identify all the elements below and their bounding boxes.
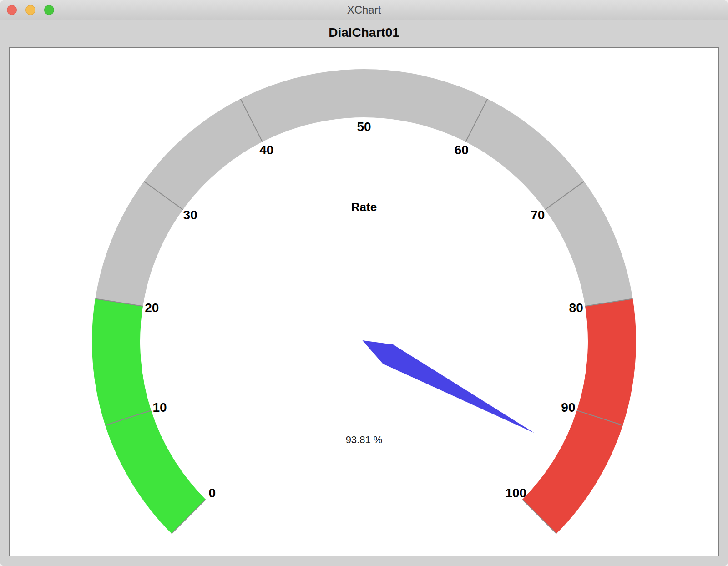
dial-value-label: 93.81 % — [0, 434, 728, 446]
chart-title: DialChart01 — [0, 20, 728, 47]
window-titlebar: XChart — [0, 0, 728, 20]
window-title: XChart — [0, 0, 728, 20]
series-name-label: Rate — [0, 200, 728, 214]
app-window: XChart DialChart01 010203040506070809010… — [0, 0, 728, 566]
plot-panel — [9, 47, 719, 556]
